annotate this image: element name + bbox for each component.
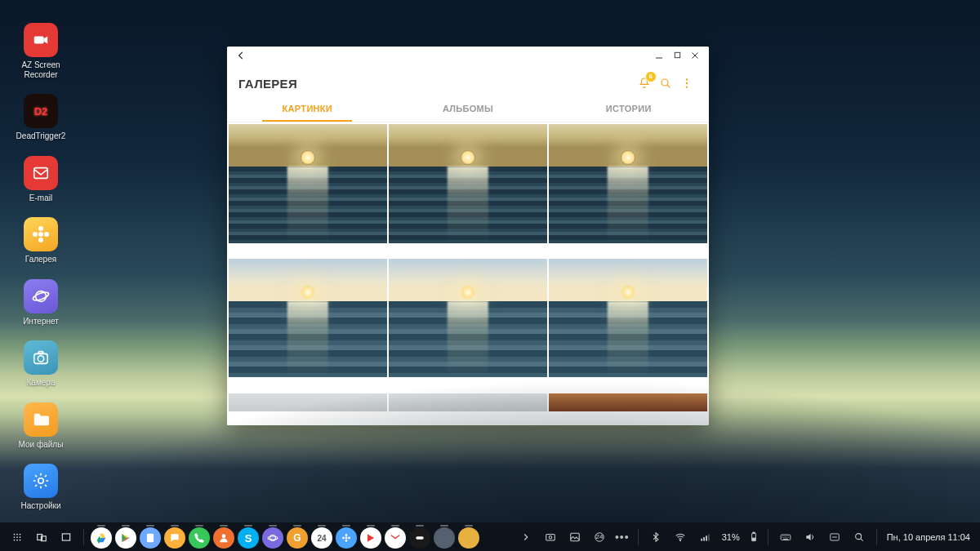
svg-rect-43 [571,533,580,540]
thumbnail[interactable] [549,393,707,411]
taskbar: SG24 24 ••• 31% Пн, 10 апреля 11:04 [0,522,980,551]
back-button[interactable] [232,50,250,64]
svg-point-24 [14,539,16,540]
desktop-icon-my-files[interactable]: Мои файлы [15,402,67,450]
taskbar-app-calendar[interactable]: 24 [311,527,332,549]
svg-point-21 [14,536,16,538]
notifications-button[interactable]: 6 [634,73,655,94]
svg-point-25 [16,539,18,540]
taskbar-app-skype[interactable]: S [238,527,259,549]
taskbar-app-gallery2[interactable] [336,527,357,549]
taskbar-app-browser[interactable] [262,527,283,549]
taskbar-app-photo[interactable] [434,527,455,549]
desktop-icon-label: Мои файлы [19,440,64,450]
taskbar-app-contacts[interactable] [213,527,234,549]
desktop-icon-label: AZ Screen Recorder [21,60,60,79]
search-button[interactable] [655,73,676,94]
email-icon [24,156,58,190]
search-tray-icon[interactable] [849,527,870,548]
desktop-icon-gallery[interactable]: Галерея [15,217,67,264]
thumbnail[interactable] [549,124,707,243]
wifi-icon[interactable] [670,527,691,548]
thumbnail[interactable] [389,124,547,243]
more-button[interactable] [676,73,697,94]
clock-text[interactable]: Пн, 10 апреля 11:04 [884,532,973,542]
calendar-tray-icon[interactable]: 24 [589,527,610,548]
thumbnail[interactable] [229,393,387,411]
desktop-icon-camera[interactable]: Камера [15,340,67,388]
svg-rect-47 [703,537,705,541]
my-files-icon [24,402,58,437]
desktop-icon-deadtrigger2[interactable]: D2DeadTrigger2 [15,94,67,141]
svg-point-4 [38,238,43,242]
battery-icon[interactable] [746,527,761,548]
svg-point-33 [268,536,278,540]
tab-stories[interactable]: ИСТОРИИ [548,97,709,122]
thumbnail[interactable] [389,259,547,378]
svg-rect-49 [708,534,710,540]
tray-overflow-icon[interactable]: ••• [615,531,630,544]
apps-button[interactable] [7,527,28,548]
svg-point-18 [14,533,16,535]
app-header: ГАЛЕРЕЯ 6 [227,66,709,97]
thumbnail[interactable] [229,124,387,243]
tab-pictures[interactable]: КАРТИНКИ [227,97,388,122]
az-screen-recorder-icon [24,23,58,57]
desktop-icon-az-screen-recorder[interactable]: AZ Screen Recorder [15,23,67,79]
keyboard-icon[interactable] [775,527,796,548]
taskbar-app-oculus[interactable] [409,527,430,549]
svg-point-23 [20,536,21,538]
desktop-icon-label: Интернет [23,317,59,327]
taskbar-app-phone[interactable] [189,527,210,549]
svg-point-16 [686,82,688,84]
image-icon[interactable] [564,527,586,548]
tray-expand-button[interactable] [515,527,537,548]
taskbar-app-playvideo[interactable] [360,527,381,549]
thumbnail[interactable] [389,393,547,411]
close-button[interactable] [686,51,704,63]
svg-point-20 [20,533,21,535]
svg-point-5 [33,232,38,237]
svg-point-19 [16,533,18,535]
tabs: КАРТИНКИАЛЬБОМЫИСТОРИИ [227,97,709,122]
desktop-icon-settings[interactable]: Настройки [15,464,67,511]
thumbnail-grid [227,122,709,425]
svg-point-36 [345,540,348,542]
control-icon[interactable] [824,527,845,548]
taskbar-app-geek[interactable]: G [287,527,308,549]
desktop-icon-internet[interactable]: Интернет [15,279,67,327]
task-view-button[interactable] [56,527,77,548]
svg-rect-40 [416,536,423,540]
svg-rect-48 [706,535,707,540]
taskbar-app-drive[interactable] [91,527,112,549]
svg-point-34 [345,537,348,540]
svg-rect-0 [34,36,44,43]
taskbar-app-play[interactable] [115,527,136,549]
svg-point-45 [679,540,680,540]
bluetooth-icon[interactable] [645,527,666,548]
svg-rect-52 [752,538,755,540]
svg-point-2 [38,232,43,237]
thumbnail[interactable] [549,259,707,378]
taskbar-app-notes[interactable] [140,527,161,549]
recents-button[interactable] [31,527,52,548]
thumbnail[interactable] [229,259,387,378]
taskbar-app-gmail[interactable] [385,527,406,549]
desktop-icon-label: Камера [27,378,56,388]
screenshot-icon[interactable] [540,527,561,548]
taskbar-app-misc[interactable] [458,527,479,549]
svg-point-15 [686,78,688,80]
desktop-icon-email[interactable]: E-mail [15,156,67,203]
signal-icon[interactable] [694,527,715,548]
volume-icon[interactable] [800,527,821,548]
maximize-button[interactable] [668,51,686,62]
svg-rect-11 [38,352,43,354]
taskbar-app-messages[interactable] [164,527,185,549]
tab-albums[interactable]: АЛЬБОМЫ [388,97,549,122]
desktop-icon-label: E-mail [29,193,52,203]
svg-rect-46 [701,538,702,540]
svg-point-12 [38,478,43,483]
svg-rect-30 [147,534,154,543]
minimize-button[interactable] [650,51,668,63]
gallery-window: ГАЛЕРЕЯ 6 КАРТИНКИАЛЬБОМЫИСТОРИИ [227,47,709,425]
